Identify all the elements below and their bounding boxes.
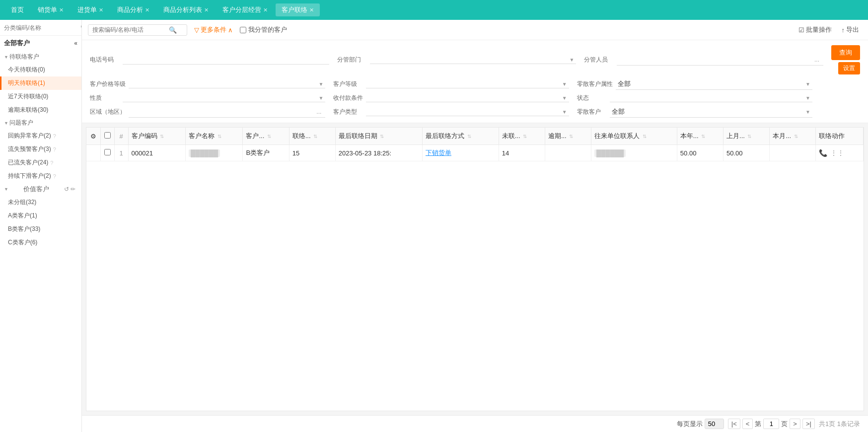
chevron-down-icon-retail: ▼ [805, 81, 810, 87]
sidebar-item-c-class[interactable]: C类客户(6) [0, 236, 81, 249]
cell-contact: 15 [289, 145, 335, 161]
sort-icon-overdue: ⇅ [569, 134, 573, 139]
more-icon[interactable]: ... [812, 55, 821, 64]
filter-retail-customer-select[interactable]: 全部 ▼ [610, 106, 812, 118]
search-icon[interactable]: 🔍 [169, 26, 177, 34]
export-btn[interactable]: ↑ 导出 [839, 24, 863, 36]
page-number-input[interactable] [763, 419, 779, 429]
sidebar-item-7days[interactable]: 近7天待联络(0) [0, 90, 81, 103]
nav-tab-3[interactable]: 商品分析列表 ✕ [157, 3, 215, 16]
sidebar-item-abnormal[interactable]: 回购异常客户(2) ? [0, 129, 81, 143]
my-customer-checkbox-wrap[interactable]: 我分管的客户 [240, 25, 287, 34]
filter-row-1: 电话号码 分管部门 ▼ 分管人员 ... 查询 设置 [90, 45, 860, 74]
sidebar-all-customers[interactable]: 全部客户 « [0, 36, 81, 51]
nav-close-1[interactable]: ✕ [99, 7, 103, 13]
sidebar: 🔍 全部客户 « 待联络客户 今天待联络(0) 明天待联络(1) 近7天待联络(… [0, 20, 82, 432]
search-input-wrap: 🔍 [88, 24, 187, 36]
filter-dept-select[interactable]: ▼ [370, 56, 577, 64]
value-group-icons[interactable]: ↺ ✏ [64, 186, 75, 193]
prev-page-btn[interactable]: < [742, 419, 753, 429]
sidebar-item-b-class[interactable]: B类客户(33) [0, 222, 81, 236]
sidebar-item-ungrouped[interactable]: 未分组(32) [0, 196, 81, 209]
my-customer-checkbox[interactable] [240, 27, 246, 33]
help-icon-churned: ? [50, 160, 53, 166]
nav-close-5[interactable]: ✕ [309, 7, 314, 13]
help-icon-churn-warn: ? [53, 146, 56, 152]
filter-retail-attr-select[interactable]: 全部 ▼ [616, 78, 812, 90]
batch-btn[interactable]: ☑ 批量操作 [796, 24, 835, 36]
select-all-checkbox[interactable] [104, 132, 111, 139]
sidebar-search-input[interactable] [4, 24, 78, 31]
sort-icon-person: ⇅ [643, 134, 647, 139]
sidebar-item-churn-warn[interactable]: 流失预警客户(3) ? [0, 143, 81, 156]
filter-phone: 电话号码 [90, 55, 329, 65]
per-page-label: 每页显示 [677, 420, 703, 429]
nav-close-3[interactable]: ✕ [204, 7, 209, 13]
search-input[interactable] [92, 26, 167, 33]
filter-customer-level-select[interactable]: ▼ [366, 80, 569, 88]
first-page-btn[interactable]: |< [728, 419, 740, 429]
page-size-dropdown[interactable]: 50 [705, 419, 724, 429]
filter-payment-select[interactable]: ▼ [366, 94, 569, 102]
col-last-month[interactable]: 上月... ⇅ [723, 128, 770, 145]
col-last-date[interactable]: 最后联络日期 ⇅ [335, 128, 422, 145]
nav-tab-4[interactable]: 客户分层经营 ✕ [217, 3, 274, 16]
nav-tab-0[interactable]: 销货单 ✕ [32, 3, 70, 16]
cell-last-method[interactable]: 下销货单 [423, 145, 499, 161]
phone-action-icon[interactable]: 📞 [819, 149, 827, 157]
filter-customer-level: 客户等级 ▼ [333, 80, 569, 88]
sidebar-item-tomorrow[interactable]: 明天待联络(1) [0, 76, 81, 90]
col-contact[interactable]: 联络... ⇅ [289, 128, 335, 145]
nav-close-0[interactable]: ✕ [59, 7, 64, 13]
filter-price-level-select[interactable]: ▼ [129, 80, 325, 88]
col-overdue[interactable]: 逾期... ⇅ [545, 128, 591, 145]
next-page-btn[interactable]: > [790, 419, 800, 429]
sidebar-item-churned[interactable]: 已流失客户(24) ? [0, 156, 81, 169]
col-last-method[interactable]: 最后联络方式 ⇅ [423, 128, 499, 145]
sidebar-item-overdue[interactable]: 逾期未联络(30) [0, 103, 81, 117]
sidebar-item-declining[interactable]: 持续下滑客户(2) ? [0, 169, 81, 183]
sidebar-item-a-class[interactable]: A类客户(1) [0, 209, 81, 222]
col-this-year[interactable]: 本年... ⇅ [677, 128, 723, 145]
cell-code[interactable]: 000021 [128, 145, 185, 161]
filter-retail-attr-label: 零散客户属性 [577, 80, 613, 88]
col-checkbox[interactable] [100, 128, 114, 145]
nav-tab-2[interactable]: 商品分析 ✕ [111, 3, 155, 16]
nav-tab-5[interactable]: 客户联络 ✕ [276, 3, 320, 16]
filter-status-select[interactable]: ▼ [610, 94, 812, 102]
col-this-month[interactable]: 本月... ⇅ [770, 128, 816, 145]
more-area-icon[interactable]: ... [314, 107, 323, 116]
sidebar-item-today[interactable]: 今天待联络(0) [0, 63, 81, 76]
last-method-link[interactable]: 下销货单 [426, 149, 451, 156]
cell-not-contacted: 14 [499, 145, 545, 161]
col-not-contacted[interactable]: 未联... ⇅ [499, 128, 545, 145]
nav-close-4[interactable]: ✕ [263, 7, 268, 13]
last-page-btn[interactable]: >| [802, 419, 815, 429]
nav-tab-1[interactable]: 进货单 ✕ [72, 3, 109, 16]
filter-phone-input[interactable] [123, 55, 329, 65]
checkbox-icon: ☑ [798, 26, 804, 34]
filter-nature-select[interactable]: ▼ [123, 94, 325, 102]
col-code[interactable]: 客户编码 ⇅ [128, 128, 185, 145]
col-name[interactable]: 客户名称 ⇅ [185, 128, 242, 145]
grid-action-icon[interactable]: ⋮⋮ [830, 149, 844, 157]
cell-row-checkbox[interactable] [100, 145, 114, 161]
col-contact-person[interactable]: 往来单位联系人 ⇅ [591, 128, 677, 145]
filter-person-select[interactable]: ... [617, 54, 823, 66]
col-type[interactable]: 客户... ⇅ [243, 128, 289, 145]
nav-home[interactable]: 首页 [5, 3, 30, 16]
filter-more-btn[interactable]: ▽ 更多条件 ∧ [191, 24, 236, 36]
filter-row-3: 性质 ▼ 收付款条件 ▼ 状态 ▼ [90, 94, 860, 102]
setting-btn[interactable]: 设置 [838, 62, 860, 74]
filter-price-level: 客户价格等级 ▼ [90, 80, 325, 88]
sort-icon-date: ⇅ [380, 134, 384, 139]
filter-area: 区域（地区） ... [90, 106, 325, 118]
query-btn[interactable]: 查询 [831, 45, 860, 60]
row-checkbox[interactable] [104, 149, 111, 155]
filter-actions: 查询 设置 [831, 45, 860, 74]
filter-customer-type-select[interactable]: ▼ [366, 108, 569, 116]
filter-area-select[interactable]: ... [129, 106, 325, 118]
nav-close-2[interactable]: ✕ [145, 7, 149, 13]
col-settings[interactable]: ⚙ [86, 128, 100, 145]
sort-icon-uncontact: ⇅ [523, 134, 527, 139]
